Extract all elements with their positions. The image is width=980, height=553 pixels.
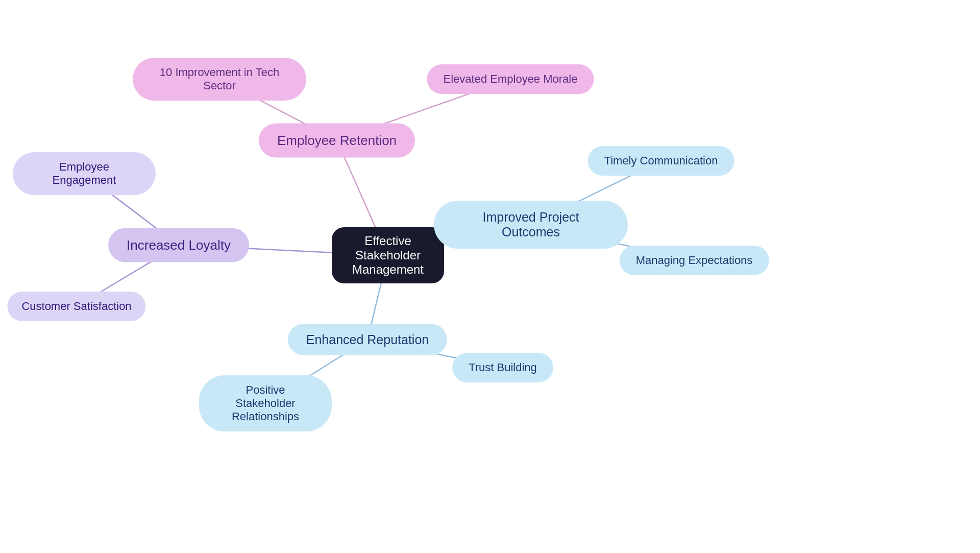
customer-satisfaction-label: Customer Satisfaction <box>21 300 131 313</box>
enhanced-reputation-label: Enhanced Reputation <box>306 332 429 347</box>
mindmap-container: Effective StakeholderManagement Employee… <box>0 0 980 553</box>
node-enhanced-reputation[interactable]: Enhanced Reputation <box>288 324 447 355</box>
node-employee-engagement[interactable]: Employee Engagement <box>13 152 156 195</box>
elevated-morale-label: Elevated Employee Morale <box>444 73 578 86</box>
employee-retention-label: Employee Retention <box>277 133 397 149</box>
increased-loyalty-label: Increased Loyalty <box>127 237 231 253</box>
node-timely-communication[interactable]: Timely Communication <box>588 146 734 176</box>
node-improved-project[interactable]: Improved Project Outcomes <box>434 201 628 249</box>
center-label: Effective StakeholderManagement <box>346 234 430 277</box>
node-customer-satisfaction[interactable]: Customer Satisfaction <box>7 292 145 321</box>
improved-project-label: Improved Project Outcomes <box>452 210 609 239</box>
center-node[interactable]: Effective StakeholderManagement <box>332 227 444 283</box>
node-employee-retention[interactable]: Employee Retention <box>259 124 415 158</box>
node-tech-improvement[interactable]: 10 Improvement in Tech Sector <box>133 58 306 101</box>
trust-building-label: Trust Building <box>469 361 537 374</box>
node-managing-expectations[interactable]: Managing Expectations <box>620 246 769 275</box>
managing-expectations-label: Managing Expectations <box>636 254 753 267</box>
node-increased-loyalty[interactable]: Increased Loyalty <box>108 228 249 262</box>
node-elevated-morale[interactable]: Elevated Employee Morale <box>427 64 594 94</box>
node-positive-stakeholder[interactable]: Positive StakeholderRelationships <box>199 375 332 431</box>
employee-engagement-label: Employee Engagement <box>27 160 141 187</box>
timely-communication-label: Timely Communication <box>604 154 718 167</box>
tech-improvement-label: 10 Improvement in Tech Sector <box>149 66 290 92</box>
node-trust-building[interactable]: Trust Building <box>452 353 553 382</box>
positive-stakeholder-label: Positive StakeholderRelationships <box>214 383 316 423</box>
